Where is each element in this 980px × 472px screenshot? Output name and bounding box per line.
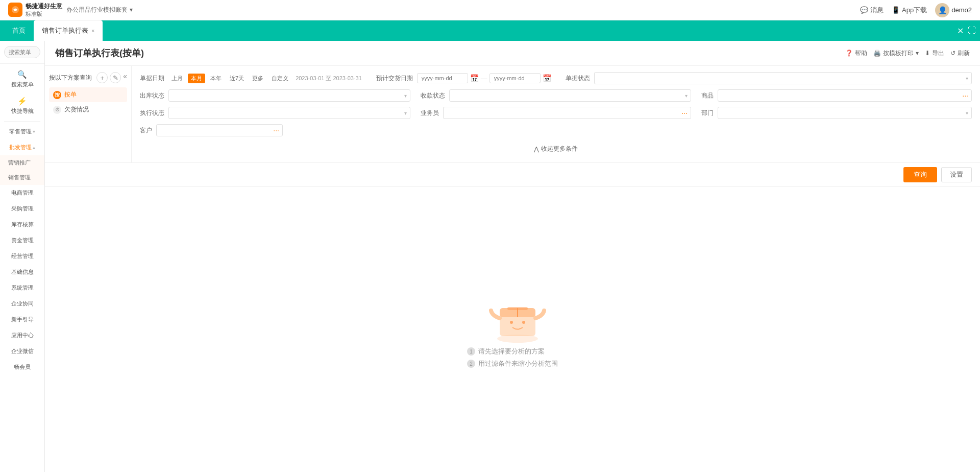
app-download-btn[interactable]: 📱 App下载 (892, 6, 927, 15)
curr-month-btn[interactable]: 本月 (188, 74, 205, 83)
date-range-text: 2023-03-01 至 2023-03-31 (296, 75, 362, 82)
settings-btn[interactable]: 设置 (941, 167, 972, 182)
tab-bar-right: ✕ ⛶ (957, 26, 980, 36)
date-quick-btns: 上月 本月 本年 近7天 更多 自定义 (168, 74, 291, 83)
receipt-status-select[interactable] (450, 90, 691, 101)
svg-point-7 (522, 321, 525, 324)
sidebar-item-wholesale[interactable]: 批发管理 ▴ (0, 139, 44, 155)
product-group: 商品 ··· (701, 89, 972, 102)
calendar-end-icon[interactable]: 📅 (543, 74, 551, 82)
wholesale-submenu: 营销推广 销售管理 (0, 155, 44, 185)
doc-status-label: 单据状态 (566, 74, 590, 83)
empty-illustration (487, 288, 538, 339)
custom-btn[interactable]: 自定义 (268, 74, 291, 83)
filter-right: 单据日期 上月 本月 本年 近7天 更多 自定义 2023-03-01 至 20… (132, 66, 980, 162)
outbound-status-select[interactable] (169, 90, 410, 101)
data-area: 1 请先选择要分析的方案 2 用过滤条件来缩小分析范围 (45, 187, 980, 472)
customer-label: 客户 (140, 126, 152, 135)
sidebar-sub-label: 销售管理 (8, 174, 31, 181)
curr-year-btn[interactable]: 本年 (207, 74, 225, 83)
customer-dots-btn[interactable]: ··· (270, 126, 282, 134)
more-btn[interactable]: 更多 (249, 74, 266, 83)
sidebar-item-newguide[interactable]: 新手引导 (0, 312, 44, 327)
message-btn[interactable]: 💬 消息 (860, 6, 884, 15)
tab-active[interactable]: 销售订单执行表 × (34, 20, 103, 41)
divider (4, 121, 40, 122)
sidebar-item-purchase[interactable]: 采购管理 (0, 201, 44, 217)
sidebar-item-member[interactable]: 畅会员 (0, 359, 44, 375)
tab-close-btn[interactable]: × (91, 28, 94, 34)
sidebar-item-label: 系统管理 (11, 284, 34, 292)
scheme-item-按单[interactable]: 按 按单 (49, 87, 127, 102)
empty-text: 1 请先选择要分析的方案 2 用过滤条件来缩小分析范围 (467, 347, 558, 371)
print-btn[interactable]: 🖨️ 按模板打印 ▾ (873, 49, 919, 58)
scheme-actions: + ✎ « (96, 72, 127, 83)
delivery-end-input[interactable] (489, 73, 541, 83)
sidebar-item-wechat[interactable]: 企业微信 (0, 343, 44, 359)
sidebar-item-inventory[interactable]: 库存核算 (0, 217, 44, 232)
sidebar-item-label: 畅会员 (14, 363, 31, 371)
page-title: 销售订单执行表(按单) (55, 47, 144, 65)
export-btn[interactable]: ⬇ 导出 (925, 49, 944, 58)
tab-home[interactable]: 首页 (4, 20, 34, 41)
product-input[interactable] (718, 90, 959, 101)
sidebar-item-label: 快捷导航 (11, 107, 34, 115)
calendar-start-icon[interactable]: 📅 (470, 74, 479, 82)
sidebar-item-operations[interactable]: 经营管理 (0, 248, 44, 264)
scheme-collapse-btn[interactable]: « (123, 72, 127, 83)
product-dots-btn[interactable]: ··· (959, 91, 971, 100)
empty-hint-2: 2 用过滤条件来缩小分析范围 (467, 359, 558, 368)
empty-num-2: 2 (467, 360, 475, 368)
sidebar-item-apps[interactable]: 应用中心 (0, 327, 44, 343)
date-filter-group: 单据日期 上月 本月 本年 近7天 更多 自定义 2023-03-01 至 20… (140, 74, 362, 83)
delivery-start-input[interactable] (417, 73, 468, 83)
query-btn[interactable]: 查询 (903, 167, 937, 182)
execution-status-group: 执行状态 ▾ (140, 107, 410, 119)
customer-input[interactable] (157, 125, 270, 136)
doc-status-select[interactable] (595, 73, 971, 84)
execution-status-select[interactable] (169, 107, 410, 119)
filter-row-3: 执行状态 ▾ 业务员 ··· (140, 107, 972, 119)
sidebar-item-basicinfo[interactable]: 基础信息 (0, 264, 44, 280)
quick-nav-icon: ⚡ (17, 97, 27, 106)
scheme-dot-orange: 按 (53, 91, 61, 99)
scheme-item-欠货情况[interactable]: ⏱ 欠货情况 (49, 102, 127, 117)
prev-month-btn[interactable]: 上月 (168, 74, 186, 83)
main-layout: 🔍 搜索菜单 ⚡ 快捷导航 零售管理 ▾ 批发管理 ▴ 营销推广 (0, 41, 980, 472)
empty-state: 1 请先选择要分析的方案 2 用过滤条件来缩小分析范围 (467, 288, 558, 371)
scheme-add-btn[interactable]: + (96, 72, 108, 83)
seven-days-btn[interactable]: 近7天 (227, 74, 247, 83)
print-icon: 🖨️ (873, 50, 881, 57)
salesperson-input[interactable] (444, 107, 678, 119)
search-input[interactable] (4, 46, 40, 58)
sidebar-item-search[interactable]: 🔍 搜索菜单 (0, 66, 44, 92)
sidebar-item-label: 电商管理 (11, 189, 34, 197)
outbound-label: 出库状态 (140, 91, 164, 100)
print-arrow-icon: ▾ (916, 50, 919, 57)
sidebar-item-enterprise[interactable]: 企业协同 (0, 296, 44, 312)
scheme-edit-btn[interactable]: ✎ (110, 72, 121, 83)
receipt-label: 收款状态 (421, 91, 445, 100)
refresh-btn[interactable]: ↺ 刷新 (950, 49, 970, 58)
sidebar-item-quick-nav[interactable]: ⚡ 快捷导航 (0, 92, 44, 119)
user-area[interactable]: 👤 demo2 (935, 3, 972, 17)
sidebar-sub-sales[interactable]: 销售管理 (0, 170, 44, 185)
sidebar-item-finance[interactable]: 资金管理 (0, 232, 44, 248)
sidebar-item-retail[interactable]: 零售管理 ▾ (0, 124, 44, 139)
sidebar-item-ecommerce[interactable]: 电商管理 (0, 185, 44, 201)
salesperson-dots-btn[interactable]: ··· (678, 109, 691, 117)
svg-point-6 (510, 321, 513, 324)
filter-row-4: 客户 ··· (140, 124, 972, 136)
chevron-up-icon: ▴ (33, 145, 35, 150)
collapse-more-btn[interactable]: ⋀ 收起更多条件 (140, 141, 972, 156)
expected-delivery-inputs: 📅 — 📅 (417, 73, 551, 83)
maximize-icon[interactable]: ⛶ (968, 26, 976, 35)
sidebar-item-system[interactable]: 系统管理 (0, 280, 44, 296)
minimize-icon[interactable]: ✕ (957, 26, 964, 36)
department-select[interactable] (718, 107, 971, 119)
top-bar: 畅捷通好生意 标准版 办公用品行业模拟账套 ▾ 💬 消息 📱 App下载 👤 d… (0, 0, 980, 20)
sidebar-sub-marketing[interactable]: 营销推广 (0, 155, 44, 170)
breadcrumb: 办公用品行业模拟账套 ▾ (66, 6, 133, 14)
help-btn[interactable]: ❓ 帮助 (845, 49, 867, 58)
date-label: 单据日期 (140, 74, 164, 83)
